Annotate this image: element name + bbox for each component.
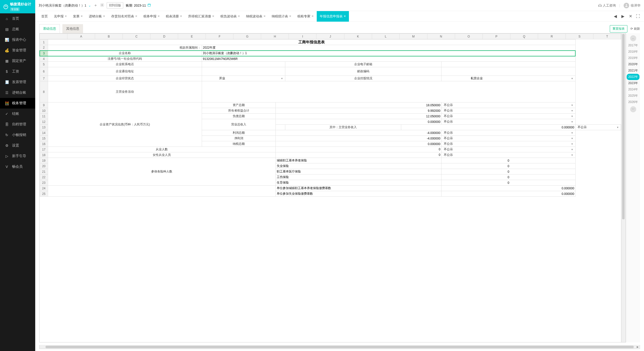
- col-header-S[interactable]: S: [566, 34, 593, 39]
- dropdown-arrow-icon[interactable]: ▼: [571, 132, 573, 134]
- row-header-3[interactable]: 3: [40, 51, 48, 56]
- sidebar-item-gear[interactable]: ⚙设置: [0, 140, 35, 151]
- sidebar-item-chart[interactable]: 📊报表中心: [0, 34, 35, 45]
- tab-税表清册[interactable]: 税表清册✕: [163, 11, 185, 22]
- tab-税负波动表[interactable]: 税负波动表✕: [217, 11, 243, 22]
- row-header-10[interactable]: 10: [40, 108, 48, 114]
- year-2019年[interactable]: 2019年: [627, 55, 639, 61]
- row-header-14[interactable]: 14: [40, 130, 48, 136]
- year-2021年[interactable]: 2021年: [627, 67, 639, 74]
- tab-纳税波动表[interactable]: 纳税波动表✕: [243, 11, 269, 22]
- year-2018年[interactable]: 2018年: [627, 49, 639, 55]
- row-header-25[interactable]: 25: [40, 191, 48, 197]
- row-header-4[interactable]: 4: [40, 56, 48, 62]
- year-2017年[interactable]: 2017年: [627, 42, 639, 49]
- dropdown-arrow-icon[interactable]: ▼: [571, 143, 573, 145]
- dropdown-arrow-icon[interactable]: ▼: [571, 115, 573, 118]
- row-header-12[interactable]: 12: [40, 119, 48, 125]
- publish-dropdown[interactable]: 不公示▼: [441, 102, 575, 108]
- status-dropdown[interactable]: 开业▼: [202, 76, 285, 81]
- close-icon[interactable]: ✕: [65, 15, 67, 18]
- year-2023年[interactable]: 2023年: [627, 80, 639, 86]
- vertical-scrollbar[interactable]: [621, 33, 626, 342]
- consult-link[interactable]: 人工咨询: [598, 3, 616, 8]
- col-header-H[interactable]: H: [261, 34, 289, 39]
- close-icon[interactable]: ✕: [238, 15, 240, 18]
- fullscreen-icon[interactable]: ⛶: [635, 13, 641, 19]
- row-header-18[interactable]: 18: [40, 152, 48, 158]
- tab-close-button[interactable]: ✕: [627, 13, 633, 19]
- col-header-G[interactable]: G: [233, 34, 261, 39]
- company-name-cell[interactable]: 刘小艳演示账套（勿删勿动！）1: [202, 51, 575, 56]
- row-header-6[interactable]: 6: [40, 67, 48, 76]
- row-header-16[interactable]: 16: [40, 141, 48, 147]
- publish-dropdown[interactable]: 不公示▼: [441, 136, 575, 141]
- col-header-I[interactable]: I: [289, 34, 316, 39]
- col-header-J[interactable]: J: [316, 34, 344, 39]
- col-header-A[interactable]: A: [67, 34, 95, 39]
- tab-进销台账[interactable]: 进销台账✕: [86, 11, 108, 22]
- close-icon[interactable]: ✕: [311, 15, 314, 18]
- horizontal-scrollbar[interactable]: ▶: [39, 345, 640, 349]
- year-2025年[interactable]: 2025年: [627, 93, 639, 99]
- account-selector[interactable]: 刘小艳演示账套（勿删勿动！）1 ⌄: [39, 3, 91, 8]
- row-header-22[interactable]: 22: [40, 174, 48, 180]
- col-header-C[interactable]: C: [123, 34, 150, 39]
- sidebar-item-close[interactable]: ✓结账: [0, 109, 35, 119]
- close-icon[interactable]: ✕: [103, 15, 105, 18]
- col-header-B[interactable]: B: [95, 34, 123, 39]
- dropdown-arrow-icon[interactable]: ▼: [281, 77, 283, 80]
- tab-所得税汇算清缴[interactable]: 所得税汇算清缴✕: [185, 11, 217, 22]
- close-icon[interactable]: ✕: [263, 15, 266, 18]
- tab-首页[interactable]: 首页: [38, 11, 51, 22]
- sidebar-item-guide[interactable]: ▷新手引导: [0, 151, 35, 161]
- close-icon[interactable]: ✕: [344, 15, 346, 18]
- publish-dropdown[interactable]: 不公示▼: [441, 108, 575, 114]
- col-header-E[interactable]: E: [178, 34, 206, 39]
- publish-dropdown[interactable]: 不公示▼: [441, 119, 575, 125]
- row-header-5[interactable]: 5: [40, 62, 48, 67]
- tab-税务申报[interactable]: 税务申报✕: [140, 11, 163, 22]
- gear-icon[interactable]: [100, 3, 104, 8]
- sidebar-item-archive[interactable]: 🗄归档管理: [0, 119, 35, 130]
- dropdown-arrow-icon[interactable]: ▼: [571, 110, 573, 112]
- row-header-23[interactable]: 23: [40, 180, 48, 186]
- tab-发票[interactable]: 发票✕: [70, 11, 86, 22]
- row-header-2[interactable]: 2: [40, 45, 48, 51]
- row-header-7[interactable]: 7: [40, 76, 48, 81]
- dropdown-arrow-icon[interactable]: ▼: [571, 154, 573, 156]
- year-2022年[interactable]: 2022年: [627, 74, 639, 80]
- subtab-basic[interactable]: 基础信息: [39, 24, 60, 33]
- tab-年报信息申报表[interactable]: 年报信息申报表✕: [317, 11, 349, 22]
- row-header-24[interactable]: 24: [40, 186, 48, 191]
- holding-dropdown[interactable]: 私营企业▼: [441, 76, 575, 81]
- tab-纳税统计表[interactable]: 纳税统计表✕: [269, 11, 294, 22]
- close-icon[interactable]: ✕: [212, 15, 214, 18]
- col-header-N[interactable]: N: [427, 34, 455, 39]
- sidebar-item-ledger[interactable]: ☰进销台账: [0, 87, 35, 98]
- year-2020年[interactable]: 2020年: [627, 61, 639, 67]
- sidebar-item-invoice[interactable]: 🧾发票管理: [0, 77, 35, 87]
- row-header-11[interactable]: 11: [40, 114, 48, 119]
- sidebar-item-reimburse[interactable]: ↻小畅报销: [0, 130, 35, 140]
- reset-button[interactable]: 重置报表: [610, 25, 627, 32]
- dropdown-arrow-icon[interactable]: ▼: [571, 104, 573, 107]
- tab-存货别名对照表[interactable]: 存货别名对照表✕: [108, 11, 140, 22]
- col-header-F[interactable]: F: [206, 34, 233, 39]
- publish-dropdown[interactable]: 不公示▼: [441, 130, 575, 136]
- publish-dropdown[interactable]: 不公示▼: [441, 114, 575, 119]
- row-header-21[interactable]: 21: [40, 169, 48, 174]
- dropdown-arrow-icon[interactable]: ▼: [571, 137, 573, 140]
- close-icon[interactable]: ✕: [289, 15, 291, 18]
- row-header-19[interactable]: 19: [40, 158, 48, 163]
- row-header-15[interactable]: 15: [40, 136, 48, 141]
- row-header-13[interactable]: 13: [40, 125, 48, 130]
- user-menu[interactable]: 徐泽华: [624, 3, 640, 8]
- year-up-button[interactable]: ︿: [630, 35, 636, 41]
- dropdown-arrow-icon[interactable]: ▼: [571, 77, 573, 80]
- row-header-9[interactable]: 9: [40, 102, 48, 108]
- period-selector[interactable]: 账期 2023-11: [126, 3, 151, 8]
- subtab-other[interactable]: 其他信息: [62, 24, 83, 33]
- sidebar-item-book[interactable]: ▤总账: [0, 24, 35, 34]
- year-down-button[interactable]: ﹀: [630, 106, 636, 112]
